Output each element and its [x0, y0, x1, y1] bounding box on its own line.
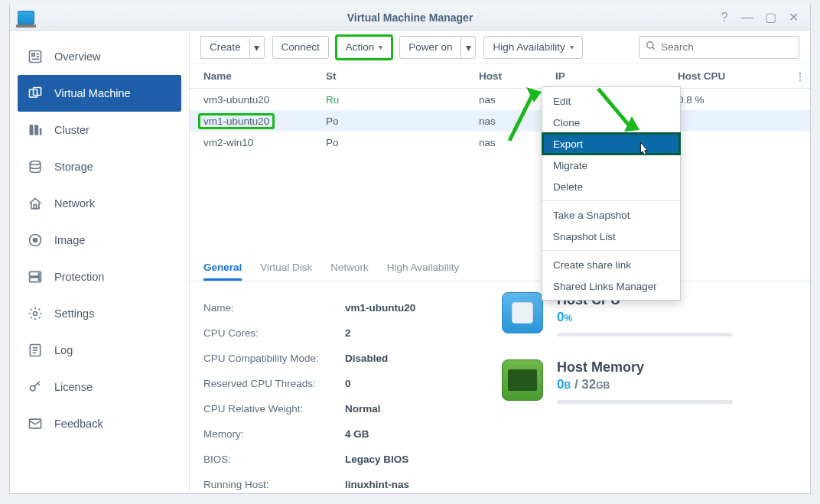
sidebar-item-label: Image: [54, 234, 85, 246]
power-on-button[interactable]: Power on ▾: [399, 36, 476, 59]
tab-virtual-disk[interactable]: Virtual Disk: [260, 262, 312, 281]
chevron-down-icon[interactable]: ▾: [249, 36, 265, 59]
search-box[interactable]: [639, 36, 799, 59]
col-status[interactable]: St: [326, 70, 479, 82]
menu-migrate[interactable]: Migrate: [542, 154, 680, 176]
sidebar-item-settings[interactable]: Settings: [10, 295, 189, 332]
sidebar-item-license[interactable]: License: [10, 369, 189, 405]
menu-delete[interactable]: Delete: [542, 176, 680, 197]
sidebar: Overview Virtual Machine Cluster Storage…: [10, 31, 190, 493]
network-icon: [27, 196, 44, 211]
sidebar-item-label: Network: [54, 197, 95, 210]
connect-button[interactable]: Connect: [272, 36, 329, 59]
detail-pane: Name:vm1-ubuntu20 CPU Cores:2 CPU Compat…: [190, 281, 810, 493]
tab-network[interactable]: Network: [330, 262, 369, 281]
sidebar-item-virtual-machine[interactable]: Virtual Machine: [18, 75, 181, 112]
sidebar-item-label: Protection: [54, 271, 104, 283]
svg-rect-1: [32, 54, 34, 56]
cpu-bar: [557, 333, 733, 337]
col-host[interactable]: Host: [479, 70, 555, 82]
svg-point-18: [34, 312, 37, 316]
sidebar-item-log[interactable]: Log: [10, 332, 189, 369]
col-name[interactable]: Name: [203, 70, 326, 82]
cursor-icon: [636, 141, 650, 161]
svg-point-25: [647, 41, 653, 47]
col-cpu[interactable]: Host CPU: [678, 70, 795, 82]
window-title: Virtual Machine Manager: [10, 11, 810, 24]
sidebar-item-cluster[interactable]: Cluster: [10, 112, 189, 148]
high-availability-button[interactable]: High Availability▾: [483, 36, 582, 59]
host-memory-stat: Host Memory 0B / 32GB: [502, 359, 789, 404]
sidebar-item-label: Feedback: [54, 418, 103, 430]
mem-bar: [557, 400, 733, 404]
sidebar-item-protection[interactable]: Protection: [10, 259, 189, 295]
sidebar-item-storage[interactable]: Storage: [10, 148, 189, 185]
search-input[interactable]: [661, 41, 792, 53]
action-button[interactable]: Action▾: [337, 36, 392, 59]
sidebar-item-overview[interactable]: Overview: [10, 38, 189, 75]
image-icon: [27, 232, 44, 248]
sidebar-item-label: Cluster: [54, 124, 89, 136]
table-row[interactable]: vm1-ubuntu20 Po nas - -: [190, 110, 810, 132]
svg-rect-9: [40, 128, 42, 135]
more-icon[interactable]: ⋮: [795, 70, 810, 83]
menu-shared-links-manager[interactable]: Shared Links Manager: [542, 275, 680, 297]
gear-icon: [27, 306, 44, 321]
svg-point-23: [30, 385, 35, 391]
table-row[interactable]: vm3-ubuntu20 Ru nas 192.168.0.112 0.8 %: [190, 89, 810, 110]
svg-rect-8: [34, 125, 38, 135]
svg-point-10: [30, 161, 40, 165]
svg-point-17: [38, 279, 40, 281]
sidebar-item-label: Settings: [54, 307, 94, 320]
menu-snapshot-list[interactable]: Snapshot List: [542, 226, 680, 247]
table-row[interactable]: vm2-win10 Po nas - -: [190, 132, 810, 153]
annotation-arrow-icon: [503, 86, 542, 150]
overview-icon: [27, 49, 44, 64]
menu-take-snapshot[interactable]: Take a Snapshot: [542, 204, 680, 226]
tab-general[interactable]: General: [203, 262, 242, 281]
sidebar-item-label: License: [54, 381, 93, 393]
vm-table: Name St Host IP Host CPU ⋮ vm3-ubuntu20 …: [190, 64, 810, 153]
svg-point-16: [38, 273, 40, 275]
toolbar: Create ▾ Connect Action▾ Power on ▾ High…: [190, 31, 810, 64]
titlebar: Virtual Machine Manager ? — ▢ ✕: [10, 5, 810, 31]
col-ip[interactable]: IP: [555, 70, 678, 82]
svg-rect-7: [30, 125, 34, 135]
protection-icon: [27, 269, 44, 285]
window: Virtual Machine Manager ? — ▢ ✕ Overview…: [9, 5, 811, 494]
mail-icon: [27, 416, 44, 431]
chevron-down-icon: ▾: [379, 43, 382, 51]
svg-point-13: [34, 239, 37, 242]
tab-high-availability[interactable]: High Availability: [387, 262, 459, 281]
table-header: Name St Host IP Host CPU ⋮: [190, 64, 810, 89]
create-button[interactable]: Create ▾: [200, 36, 265, 59]
vm-icon: [27, 86, 44, 101]
sidebar-item-feedback[interactable]: Feedback: [10, 405, 189, 442]
svg-line-26: [652, 47, 655, 49]
key-icon: [27, 379, 44, 395]
svg-rect-11: [34, 205, 36, 209]
chevron-down-icon: ▾: [570, 43, 574, 51]
log-icon: [27, 343, 44, 358]
menu-separator: [542, 250, 680, 251]
sidebar-item-label: Log: [54, 344, 73, 356]
sidebar-item-label: Virtual Machine: [54, 87, 131, 99]
chevron-down-icon[interactable]: ▾: [460, 36, 476, 59]
sidebar-item-image[interactable]: Image: [10, 222, 189, 259]
detail-tabs: General Virtual Disk Network High Availa…: [190, 252, 810, 281]
cluster-icon: [27, 122, 44, 138]
sidebar-item-label: Overview: [54, 50, 100, 63]
search-icon: [646, 41, 656, 54]
menu-create-share-link[interactable]: Create share link: [542, 254, 680, 275]
menu-separator: [542, 200, 680, 201]
storage-icon: [27, 159, 44, 174]
cpu-chip-icon: [502, 292, 543, 333]
sidebar-item-network[interactable]: Network: [10, 185, 189, 222]
memory-chip-icon: [502, 359, 543, 401]
annotation-arrow-icon: [594, 84, 639, 141]
sidebar-item-label: Storage: [54, 161, 93, 173]
